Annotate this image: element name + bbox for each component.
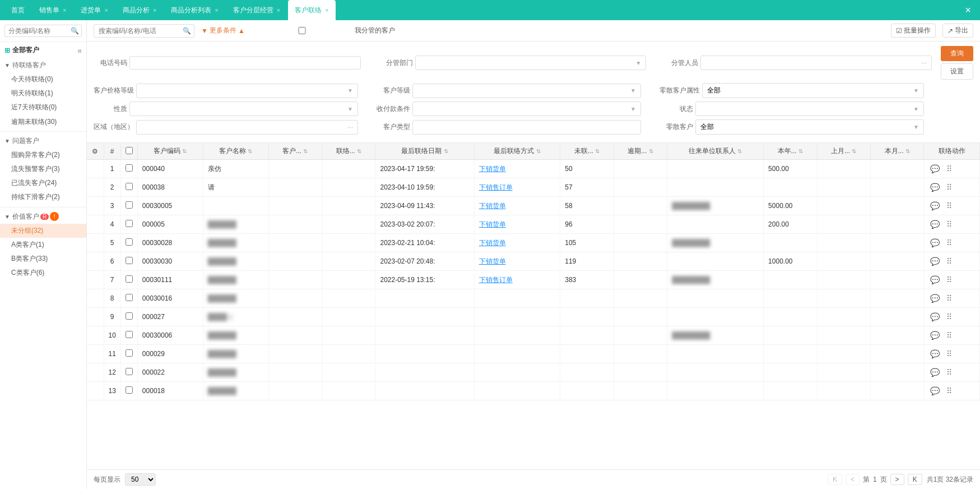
contact-btn[interactable]: 💬 [928, 218, 941, 230]
close-icon[interactable]: × [277, 7, 280, 13]
last-contact-way[interactable] [474, 345, 560, 363]
last-contact-date-col-header[interactable]: 最后联络日期 ⇅ [375, 143, 474, 160]
contact-btn[interactable]: 💬 [928, 163, 941, 175]
contact-btn[interactable]: 💬 [928, 200, 941, 212]
close-icon[interactable]: × [325, 7, 328, 13]
overdue-col-header[interactable]: 逾期... ⇅ [614, 143, 667, 160]
sidebar-item-abnormal[interactable]: 囤购异常客户(2) [0, 148, 86, 162]
close-icon[interactable]: × [63, 7, 66, 13]
price-grade-select[interactable]: ▼ [136, 84, 358, 98]
row-checkbox[interactable] [126, 312, 133, 320]
page-size-select[interactable]: 50 100 200 [125, 473, 156, 486]
last-contact-way[interactable]: 下销售订单 [474, 178, 560, 197]
contact-btn[interactable]: 💬 [928, 274, 941, 286]
last-contact-way[interactable] [474, 289, 560, 308]
this-month-col-header[interactable]: 本月... ⇅ [870, 143, 923, 160]
page-first-btn[interactable]: K [828, 474, 842, 485]
sidebar-item-today[interactable]: 今天待联络(0) [0, 72, 86, 86]
close-icon[interactable]: × [153, 7, 156, 13]
nav-sales[interactable]: 销售单 × [32, 0, 73, 20]
last-contact-way[interactable]: 下销货单 [474, 160, 560, 178]
last-contact-way-col-header[interactable]: 最后联络方式 ⇅ [474, 143, 560, 160]
last-month-col-header[interactable]: 上月... ⇅ [817, 143, 870, 160]
row-checkbox[interactable] [126, 275, 133, 283]
more-action-btn[interactable]: ⠿ [943, 311, 955, 323]
retail-attr-select[interactable]: 全部 ▼ [702, 83, 924, 98]
last-contact-way[interactable]: 下销货单 [474, 252, 560, 271]
payment-select[interactable]: ▼ [412, 102, 641, 116]
cb-col-header[interactable] [120, 143, 137, 160]
sidebar-section-problem[interactable]: ▼ 问题客户 [0, 134, 86, 148]
dept-select[interactable]: ▼ [415, 56, 647, 70]
row-checkbox[interactable] [126, 349, 133, 357]
nav-home[interactable]: 首页 [4, 0, 31, 20]
status-select[interactable]: ▼ [695, 102, 924, 116]
nav-product-analysis-list[interactable]: 商品分析列表 × [164, 0, 225, 20]
settings-col-header[interactable]: ⚙ [87, 143, 104, 160]
row-checkbox[interactable] [126, 220, 133, 227]
more-action-btn[interactable]: ⠿ [943, 292, 955, 305]
more-action-btn[interactable]: ⠿ [943, 237, 955, 249]
close-icon[interactable]: × [215, 7, 218, 13]
contact-btn[interactable]: 💬 [928, 385, 941, 397]
select-all-checkbox[interactable] [126, 147, 133, 154]
my-customers-filter[interactable]: 我分管的客户 [252, 26, 395, 35]
more-conditions-btn[interactable]: ▼ 更多条件 ▲ [201, 26, 245, 35]
row-checkbox[interactable] [126, 386, 133, 394]
name-col-header[interactable]: 客户名称 ⇅ [203, 143, 268, 160]
last-contact-way[interactable]: 下销货单 [474, 215, 560, 234]
row-checkbox[interactable] [126, 294, 133, 301]
sidebar-item-b-class[interactable]: B类客户(33) [0, 252, 86, 266]
sidebar-item-ungroup[interactable]: 未分组(32) [0, 224, 86, 238]
contact-btn[interactable]: 💬 [928, 366, 941, 379]
contact-person-col-header[interactable]: 往来单位联系人 ⇅ [667, 143, 764, 160]
last-contact-way[interactable]: 下销货单 [474, 197, 560, 215]
more-action-btn[interactable]: ⠿ [943, 163, 955, 175]
sidebar-item-c-class[interactable]: C类客户(6) [0, 266, 86, 280]
manager-select[interactable]: ··· [700, 56, 932, 70]
my-customers-checkbox[interactable] [252, 27, 352, 34]
contact-btn[interactable]: 💬 [928, 181, 941, 193]
last-contact-way[interactable] [474, 326, 560, 345]
nav-customer-contact[interactable]: 客户联络 × [288, 0, 335, 20]
more-action-btn[interactable]: ⠿ [943, 366, 955, 379]
last-contact-way[interactable]: 下销货单 [474, 234, 560, 252]
more-action-btn[interactable]: ⠿ [943, 255, 955, 267]
contact-btn[interactable]: 💬 [928, 329, 941, 342]
last-contact-way[interactable] [474, 382, 560, 400]
type-col-header[interactable]: 客户... ⇅ [268, 143, 322, 160]
retail-cust-select[interactable]: 全部 ▼ [695, 119, 924, 135]
code-col-header[interactable]: 客户编码 ⇅ [137, 143, 203, 160]
contact-btn[interactable]: 💬 [928, 311, 941, 323]
row-checkbox[interactable] [126, 368, 133, 375]
region-select[interactable]: ··· [136, 120, 358, 135]
main-search-input[interactable] [94, 24, 194, 38]
more-action-btn[interactable]: ⠿ [943, 385, 955, 397]
cust-type-select[interactable] [412, 120, 641, 135]
query-button[interactable]: 查询 [941, 46, 973, 61]
more-action-btn[interactable]: ⠿ [943, 181, 955, 193]
row-checkbox[interactable] [126, 238, 133, 246]
last-contact-way[interactable] [474, 308, 560, 326]
last-contact-way[interactable] [474, 363, 560, 382]
more-action-btn[interactable]: ⠿ [943, 218, 955, 230]
nav-product-analysis[interactable]: 商品分析 × [116, 0, 163, 20]
page-next-btn[interactable]: > [890, 474, 904, 485]
not-contact-col-header[interactable]: 未联... ⇅ [560, 143, 614, 160]
sidebar-item-warn-loss[interactable]: 流失预警客户(3) [0, 162, 86, 176]
all-customers-header[interactable]: ⊞ 全部客户 « [0, 42, 86, 58]
row-checkbox[interactable] [126, 257, 133, 264]
contact-btn[interactable]: 💬 [928, 237, 941, 249]
row-checkbox[interactable] [126, 201, 133, 209]
window-close-button[interactable]: × [960, 4, 976, 16]
sidebar-section-pending[interactable]: ▼ 待联络客户 [0, 58, 86, 72]
sidebar-item-7days[interactable]: 近7天待联络(0) [0, 100, 86, 114]
more-action-btn[interactable]: ⠿ [943, 274, 955, 286]
nav-customer-tier[interactable]: 客户分层经营 × [226, 0, 287, 20]
sidebar-item-tomorrow[interactable]: 明天待联络(1) [0, 86, 86, 100]
nav-purchase[interactable]: 进货单 × [74, 0, 114, 20]
more-action-btn[interactable]: ⠿ [943, 329, 955, 342]
this-year-col-header[interactable]: 本年... ⇅ [764, 143, 817, 160]
sidebar-item-overdue[interactable]: 逾期未联络(30) [0, 115, 86, 129]
page-last-btn[interactable]: K [908, 474, 922, 485]
